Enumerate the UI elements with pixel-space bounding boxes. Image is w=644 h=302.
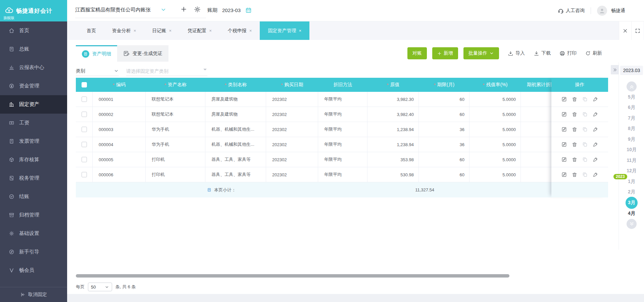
tab-fixed-assets[interactable]: 固定资产管理× bbox=[260, 21, 309, 40]
month-item-selected[interactable]: 3月 bbox=[626, 197, 638, 209]
person-icon bbox=[599, 7, 605, 14]
sidebar-item-home[interactable]: 首页 bbox=[0, 21, 67, 40]
print-button[interactable]: 打印 bbox=[559, 50, 577, 56]
row-checkbox[interactable] bbox=[82, 142, 87, 147]
fullscreen-button[interactable] bbox=[631, 21, 644, 40]
download-button[interactable]: 下载 bbox=[534, 50, 551, 56]
header-actions: 操作 bbox=[551, 78, 608, 92]
month-item[interactable]: 8月 bbox=[619, 124, 644, 134]
month-item[interactable]: 2月 bbox=[619, 187, 644, 198]
avatar[interactable] bbox=[597, 6, 607, 16]
months-scroll-down-button[interactable] bbox=[627, 219, 637, 229]
delete-icon[interactable] bbox=[572, 112, 577, 117]
print-icon bbox=[559, 51, 565, 56]
cell-code: 000005 bbox=[93, 152, 146, 167]
category-field-select[interactable]: 类别 bbox=[76, 66, 119, 76]
sidebar-item-settings[interactable]: 基础设置 bbox=[0, 224, 67, 243]
delete-icon[interactable] bbox=[572, 157, 577, 162]
row-checkbox[interactable] bbox=[82, 157, 87, 162]
edit-icon[interactable] bbox=[561, 97, 567, 102]
close-button[interactable] bbox=[619, 21, 631, 40]
tab-journal[interactable]: 日记账× bbox=[144, 21, 180, 40]
refresh-button[interactable]: 刷新 bbox=[585, 50, 602, 56]
calendar-icon[interactable] bbox=[245, 7, 252, 13]
subtab-asset-detail[interactable]: 资产明细 bbox=[76, 45, 117, 62]
edit-icon[interactable] bbox=[561, 127, 567, 132]
month-item[interactable]: 11月 bbox=[619, 155, 644, 166]
delete-icon[interactable] bbox=[572, 127, 577, 132]
month-item[interactable]: 9月 bbox=[619, 134, 644, 145]
month-item[interactable]: 6月 bbox=[619, 103, 644, 113]
scrollbar-thumb[interactable] bbox=[76, 274, 509, 278]
sidebar-item-label: 固定资产 bbox=[19, 101, 39, 108]
header-asset-name: *资产名称 bbox=[146, 78, 205, 92]
tab-voucher-config[interactable]: 凭证配置× bbox=[180, 21, 220, 40]
brush-icon[interactable] bbox=[593, 127, 598, 132]
tab-close-icon[interactable]: × bbox=[249, 28, 252, 33]
edit-icon[interactable] bbox=[561, 157, 567, 162]
row-checkbox[interactable] bbox=[82, 112, 87, 117]
cell-purchase-date: 202302 bbox=[266, 107, 318, 122]
sidebar-item-guide[interactable]: 新手引导 bbox=[0, 243, 67, 261]
sidebar-item-label: 归档管理 bbox=[19, 212, 39, 218]
tab-income-tax[interactable]: 个税申报× bbox=[220, 21, 260, 40]
tab-close-icon[interactable]: × bbox=[134, 28, 136, 33]
month-item[interactable]: 5月 bbox=[619, 92, 644, 103]
total-count-text: 条, 共 6 条 bbox=[115, 284, 136, 290]
sidebar-item-tax[interactable]: 税务管理 bbox=[0, 169, 67, 187]
delete-icon[interactable] bbox=[572, 172, 577, 177]
row-checkbox[interactable] bbox=[82, 172, 87, 177]
month-item[interactable]: 7月 bbox=[619, 113, 644, 124]
row-checkbox[interactable] bbox=[82, 127, 87, 132]
delete-icon[interactable] bbox=[572, 97, 577, 102]
category-filter-input[interactable] bbox=[126, 66, 207, 76]
sidebar-item-general-ledger[interactable]: 总账 bbox=[0, 40, 67, 58]
refresh-icon bbox=[585, 51, 591, 56]
chevron-down-icon[interactable] bbox=[160, 7, 166, 13]
sidebar-item-inventory[interactable]: 库存核算 bbox=[0, 150, 67, 169]
support-button[interactable]: 人工咨询 bbox=[558, 8, 585, 14]
add-button[interactable]: 新增 bbox=[432, 47, 458, 59]
brush-icon[interactable] bbox=[593, 157, 598, 162]
month-item[interactable]: 10月 bbox=[619, 145, 644, 156]
brush-icon[interactable] bbox=[593, 112, 598, 117]
brush-icon[interactable] bbox=[593, 97, 598, 102]
settings-gear-icon[interactable] bbox=[194, 6, 201, 13]
username[interactable]: 畅捷通 bbox=[611, 8, 625, 14]
subtab-change-voucher[interactable]: 变更·生成凭证 bbox=[117, 45, 168, 62]
sidebar-item-funds[interactable]: 资金管理 bbox=[0, 77, 67, 95]
reconcile-button[interactable]: 对账 bbox=[407, 47, 427, 59]
tab-close-icon[interactable]: × bbox=[299, 28, 301, 33]
select-all-checkbox[interactable] bbox=[82, 82, 87, 87]
report-chart-icon bbox=[9, 65, 14, 70]
edit-icon[interactable] bbox=[561, 172, 567, 177]
period-value[interactable]: 2023-03 bbox=[222, 7, 241, 13]
tax-icon bbox=[9, 175, 14, 181]
row-checkbox[interactable] bbox=[82, 97, 87, 102]
sidebar-unpin-button[interactable]: 取消固定 bbox=[0, 287, 67, 302]
delete-icon[interactable] bbox=[572, 142, 577, 147]
sidebar-item-fixed-assets[interactable]: 固定资产 bbox=[0, 95, 67, 114]
per-page-select[interactable]: 50 bbox=[88, 283, 112, 291]
sidebar-item-member[interactable]: 畅会员 bbox=[0, 261, 67, 280]
months-scroll-up-button[interactable] bbox=[627, 81, 637, 92]
sidebar-item-closing[interactable]: 结账 bbox=[0, 187, 67, 206]
edit-icon[interactable] bbox=[561, 112, 567, 117]
sidebar-item-archive[interactable]: 归档管理 bbox=[0, 206, 67, 224]
tab-close-icon[interactable]: × bbox=[169, 28, 172, 33]
panel-collapse-button[interactable] bbox=[611, 65, 619, 74]
sidebar-item-label: 税务管理 bbox=[19, 175, 39, 181]
batch-actions-button[interactable]: 批量操作 bbox=[463, 47, 499, 59]
sidebar-item-invoices[interactable]: 发票管理 bbox=[0, 132, 67, 150]
tab-close-icon[interactable]: × bbox=[209, 28, 212, 33]
sidebar-item-payroll[interactable]: 工资 bbox=[0, 114, 67, 132]
brush-icon[interactable] bbox=[593, 172, 598, 177]
brush-icon[interactable] bbox=[593, 142, 598, 147]
new-account-plus-icon[interactable] bbox=[181, 6, 187, 12]
import-button[interactable]: 导入 bbox=[508, 50, 525, 56]
tab-home[interactable]: 首页 bbox=[79, 21, 104, 40]
month-item[interactable]: 4月 bbox=[619, 208, 644, 219]
sidebar-item-cloud-reports[interactable]: 云报表中心 bbox=[0, 58, 67, 77]
edit-icon[interactable] bbox=[561, 142, 567, 147]
tab-funds-analysis[interactable]: 资金分析× bbox=[104, 21, 144, 40]
